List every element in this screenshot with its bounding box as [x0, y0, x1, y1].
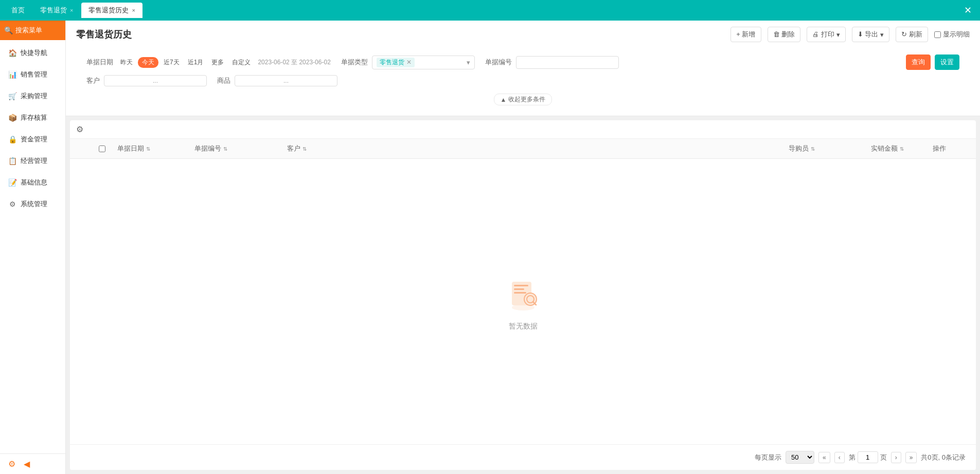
print-label: 🖨 打印	[812, 30, 834, 39]
doc-num-input[interactable]	[516, 56, 619, 69]
page-size-select[interactable]: 50 100 200	[786, 451, 814, 464]
th-date-sort[interactable]: ⇅	[146, 146, 150, 152]
sidebar-item-quick-nav[interactable]: 🏠快捷导航	[0, 42, 65, 64]
sidebar-search[interactable]: 🔍 搜索菜单	[0, 21, 65, 40]
doc-type-tag: 零售退货 ✕	[377, 58, 415, 67]
nav-icon-finance: 🔒	[8, 135, 16, 143]
th-customer-sort[interactable]: ⇅	[302, 146, 307, 152]
date-shortcuts: 昨天 今天 近7天 近1月 更多 自定义	[117, 57, 254, 68]
doc-type-tag-close[interactable]: ✕	[406, 59, 412, 66]
date-filter: 单据日期 昨天 今天 近7天 近1月 更多 自定义 2023-06-02 至 2…	[86, 57, 331, 68]
table-settings-icon[interactable]: ⚙	[76, 124, 83, 134]
tab-retail-return[interactable]: 零售退货×	[33, 3, 80, 18]
th-num: 单据编号 ⇅	[190, 139, 283, 158]
top-bar: 首页零售退货×零售退货历史× ✕	[0, 0, 980, 21]
sidebar-item-inventory[interactable]: 📦库存核算	[0, 107, 65, 129]
customer-filter: 客户 ...	[86, 75, 207, 86]
svg-rect-4	[514, 292, 526, 294]
more-btn[interactable]: 更多	[208, 57, 227, 68]
delete-button[interactable]: 🗑 删除	[768, 27, 801, 42]
refresh-button[interactable]: ↻ 刷新	[896, 27, 928, 42]
page-number-input[interactable]	[858, 451, 878, 463]
doc-num-label: 单据编号	[485, 58, 512, 67]
next-page-btn[interactable]: ›	[891, 452, 901, 463]
svg-rect-2	[514, 285, 528, 286]
th-guide-sort[interactable]: ⇅	[811, 146, 815, 152]
filter-area: 单据日期 昨天 今天 近7天 近1月 更多 自定义 2023-06-02 至 2…	[76, 48, 970, 116]
th-customer: 客户 ⇅	[283, 139, 785, 158]
first-page-btn[interactable]: «	[818, 452, 830, 463]
print-button[interactable]: 🖨 打印 ▾	[807, 27, 846, 42]
last-month-btn[interactable]: 近1月	[185, 57, 207, 68]
sidebar-bottom: ⚙ ◀	[0, 453, 65, 474]
sidebar-item-system[interactable]: ⚙系统管理	[0, 193, 65, 215]
sidebar-item-basic-info[interactable]: 📝基础信息	[0, 172, 65, 193]
yesterday-btn[interactable]: 昨天	[117, 57, 136, 68]
tab-retail-return-history[interactable]: 零售退货历史×	[81, 3, 142, 18]
nav-label-finance: 资金管理	[21, 135, 47, 144]
export-dropdown-icon[interactable]: ▾	[880, 31, 884, 39]
show-detail-checkbox[interactable]	[934, 31, 941, 38]
th-num-sort[interactable]: ⇅	[223, 146, 227, 152]
collapse-sidebar-icon[interactable]: ◀	[24, 459, 30, 469]
table-header: 单据日期 ⇅ 单据编号 ⇅ 客户 ⇅ 导购员 ⇅ 实销金额 ⇅	[70, 139, 976, 159]
sidebar-item-purchase[interactable]: 🛒采购管理	[0, 85, 65, 107]
nav-icon-inventory: 📦	[8, 114, 16, 122]
doc-type-filter: 单据类型 零售退货 ✕ ▾	[341, 56, 475, 69]
goods-filter: 商品 ...	[217, 75, 337, 86]
goods-select-btn[interactable]: ...	[235, 75, 337, 86]
empty-illustration	[503, 272, 544, 314]
nav-label-system: 系统管理	[21, 199, 47, 209]
date-range-display: 2023-06-02 至 2023-06-02	[258, 58, 330, 67]
empty-state: 暂无数据	[70, 159, 976, 444]
select-all-checkbox[interactable]	[99, 145, 105, 152]
sidebar-nav: 🏠快捷导航📊销售管理🛒采购管理📦库存核算🔒资金管理📋经营管理📝基础信息⚙系统管理	[0, 40, 65, 453]
page-input-wrap: 第 页	[849, 451, 887, 463]
doc-num-filter: 单据编号	[485, 56, 619, 69]
sidebar-item-sales[interactable]: 📊销售管理	[0, 64, 65, 85]
action-buttons: 查询 设置	[906, 54, 959, 70]
export-button[interactable]: ⬇ 导出 ▾	[852, 27, 890, 42]
tab-close-retail-return[interactable]: ×	[70, 7, 73, 13]
collapse-btn[interactable]: ▲ 收起更多条件	[494, 94, 553, 105]
prev-page-btn[interactable]: ‹	[834, 452, 845, 463]
sidebar-item-finance[interactable]: 🔒资金管理	[0, 129, 65, 150]
today-btn[interactable]: 今天	[138, 57, 158, 68]
settings-icon[interactable]: ⚙	[8, 459, 15, 469]
th-amount: 实销金额 ⇅	[867, 139, 929, 158]
th-amount-sort[interactable]: ⇅	[900, 146, 904, 152]
doc-type-select[interactable]: 零售退货 ✕ ▾	[372, 56, 475, 69]
new-button[interactable]: + 新增	[730, 27, 761, 42]
settings-button[interactable]: 设置	[935, 54, 959, 70]
tab-close-retail-return-history[interactable]: ×	[132, 7, 135, 13]
sidebar-item-operation[interactable]: 📋经营管理	[0, 150, 65, 172]
table-area: ⚙ 单据日期 ⇅ 单据编号 ⇅ 客户 ⇅	[70, 120, 976, 470]
th-action-label: 操作	[933, 144, 946, 153]
pagination: 每页显示 50 100 200 « ‹ 第 页 › » 共0页, 0条记录	[70, 444, 976, 470]
export-label: ⬇ 导出	[858, 30, 879, 39]
th-customer-label: 客户	[287, 144, 300, 153]
nav-label-purchase: 采购管理	[21, 92, 47, 101]
collapse-row: ▲ 收起更多条件	[86, 92, 959, 110]
doc-type-arrow: ▾	[467, 59, 470, 66]
print-dropdown-icon[interactable]: ▾	[836, 31, 840, 39]
goods-label: 商品	[217, 76, 230, 85]
nav-icon-operation: 📋	[8, 157, 16, 165]
th-amount-label: 实销金额	[871, 144, 898, 153]
tab-list: 首页零售退货×零售退货历史×	[4, 3, 960, 18]
sidebar-search-label: 搜索菜单	[15, 26, 42, 35]
th-date-label: 单据日期	[117, 144, 144, 153]
table-inner-toolbar: ⚙	[70, 120, 976, 139]
customer-select-btn[interactable]: ...	[104, 75, 207, 86]
customer-label: 客户	[86, 76, 100, 85]
last7-btn[interactable]: 近7天	[161, 57, 183, 68]
query-button[interactable]: 查询	[906, 54, 931, 70]
last-page-btn[interactable]: »	[905, 452, 917, 463]
nav-icon-system: ⚙	[8, 200, 16, 208]
window-close-btn[interactable]: ✕	[960, 5, 976, 16]
tab-home[interactable]: 首页	[4, 3, 32, 18]
custom-btn[interactable]: 自定义	[229, 57, 254, 68]
svg-rect-3	[514, 288, 524, 290]
th-settings	[76, 139, 95, 158]
filter-row-2: 客户 ... 商品 ...	[86, 75, 959, 86]
